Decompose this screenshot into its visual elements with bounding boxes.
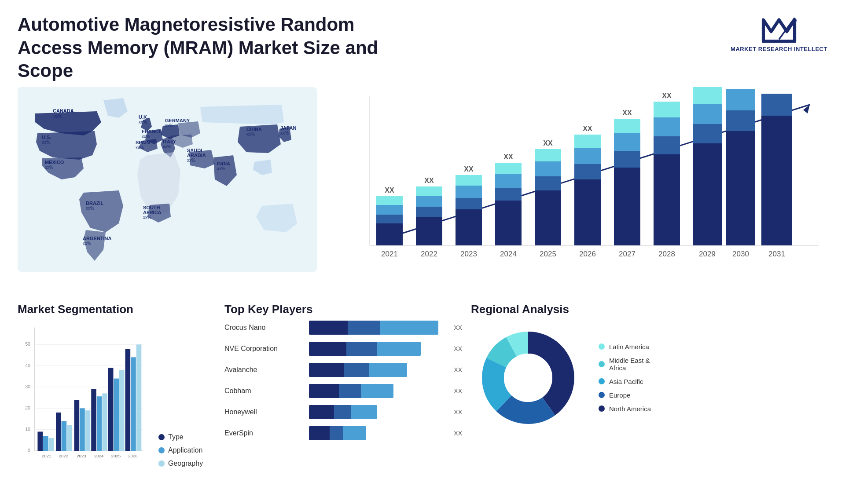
svg-rect-50 — [654, 154, 680, 245]
svg-rect-28 — [495, 174, 522, 188]
svg-rect-64 — [726, 89, 755, 110]
svg-text:XX: XX — [622, 109, 632, 117]
svg-text:2030: 2030 — [732, 250, 749, 258]
japan-value: xx% — [280, 131, 289, 135]
mexico-value: xx% — [45, 165, 53, 170]
uk-value: xx% — [139, 120, 147, 124]
svg-rect-104 — [125, 349, 131, 451]
player-name-nve: NVE Corporation — [224, 345, 304, 353]
china-value: xx% — [246, 132, 255, 137]
player-row-cobham: Cobham XX — [224, 384, 462, 398]
svg-rect-16 — [416, 196, 442, 207]
svg-rect-32 — [535, 190, 561, 245]
svg-rect-23 — [456, 175, 482, 186]
svg-text:XX: XX — [503, 153, 513, 161]
svg-rect-101 — [114, 378, 119, 450]
svg-text:2023: 2023 — [460, 250, 477, 258]
germany-value: xx% — [165, 123, 173, 128]
svg-rect-51 — [654, 136, 680, 154]
chart-section: XX 2021 XX 2022 XX 2023 — [326, 87, 827, 294]
legend-geography: Geography — [158, 460, 216, 467]
geography-label: Geography — [168, 460, 203, 467]
legend-latin: Latin America — [599, 343, 651, 351]
header: Automotive Magnetoresistive Random Acces… — [0, 0, 845, 87]
player-value-cobham: XX — [454, 384, 462, 398]
svg-rect-84 — [37, 431, 43, 451]
svg-rect-94 — [85, 410, 91, 451]
logo-text: MARKET RESEARCH INTELLECT — [731, 46, 827, 53]
svg-text:XX: XX — [464, 165, 474, 173]
svg-rect-53 — [654, 102, 680, 117]
type-label: Type — [168, 433, 184, 441]
player-name-avalanche: Avalanche — [224, 366, 304, 374]
svg-text:2023: 2023 — [77, 453, 86, 458]
brazil-label: BRAZIL — [86, 201, 104, 206]
europe-dot — [599, 392, 605, 398]
svg-rect-29 — [495, 163, 522, 174]
svg-rect-21 — [456, 198, 482, 209]
player-row-nve: NVE Corporation XX — [224, 342, 462, 356]
svg-rect-46 — [614, 133, 640, 151]
uk-label: U.K. — [139, 114, 148, 120]
svg-rect-47 — [614, 119, 640, 133]
italy-value: xx% — [163, 144, 171, 149]
northam-label: North America — [609, 405, 651, 413]
svg-rect-44 — [614, 168, 640, 245]
seg-chart-area: 0 10 20 30 40 50 2021 — [18, 321, 216, 481]
seg-legend: Type Application Geography — [158, 433, 216, 481]
svg-rect-67 — [761, 116, 792, 245]
italy-label: ITALY — [163, 139, 176, 144]
main-content: CANADA xx% U.S. xx% MEXICO xx% BRAZIL xx… — [0, 87, 845, 294]
players-section: Top Key Players Crocus Nano XX NVE Corpo… — [216, 303, 471, 504]
svg-rect-10 — [376, 205, 403, 215]
svg-rect-57 — [693, 124, 722, 143]
svg-rect-9 — [376, 215, 403, 223]
player-name-crocus: Crocus Nano — [224, 324, 304, 332]
us-label: U.S. — [42, 135, 51, 140]
svg-rect-35 — [535, 149, 561, 161]
svg-rect-106 — [136, 344, 142, 451]
svg-text:2025: 2025 — [540, 250, 556, 258]
legend-apac: Asia Pacific — [599, 378, 651, 385]
apac-dot — [599, 378, 605, 384]
svg-rect-96 — [91, 389, 96, 450]
type-dot — [158, 434, 165, 440]
svg-rect-102 — [119, 370, 125, 451]
svg-point-113 — [504, 354, 552, 402]
svg-text:30: 30 — [25, 383, 30, 389]
application-dot — [158, 447, 165, 453]
apac-label: Asia Pacific — [609, 378, 643, 385]
world-map-container: CANADA xx% U.S. xx% MEXICO xx% BRAZIL xx… — [18, 87, 317, 276]
svg-text:50: 50 — [25, 341, 30, 347]
svg-text:2026: 2026 — [128, 453, 137, 458]
svg-text:2021: 2021 — [381, 250, 398, 258]
svg-rect-63 — [726, 110, 755, 131]
player-row-crocus: Crocus Nano XX — [224, 321, 462, 335]
players-title: Top Key Players — [224, 303, 462, 316]
regional-section: Regional Analysis — [471, 303, 827, 504]
player-name-honeywell: Honeywell — [224, 408, 304, 416]
svg-rect-38 — [574, 179, 601, 245]
svg-text:2026: 2026 — [579, 250, 596, 258]
brazil-value: xx% — [86, 206, 94, 211]
player-row-avalanche: Avalanche XX — [224, 363, 462, 377]
geography-dot — [158, 460, 165, 467]
svg-rect-89 — [62, 421, 67, 451]
player-row-honeywell: Honeywell XX — [224, 405, 462, 419]
latin-dot — [599, 343, 605, 350]
svg-rect-90 — [67, 425, 72, 451]
donut-container — [471, 321, 585, 435]
svg-rect-52 — [654, 117, 680, 136]
svg-rect-97 — [97, 396, 102, 451]
player-value-crocus: XX — [454, 321, 462, 335]
legend-europe: Europe — [599, 391, 651, 399]
svg-rect-8 — [376, 223, 403, 245]
europe-label: Europe — [609, 391, 630, 399]
player-row-everspin: EverSpin XX — [224, 426, 462, 440]
northam-dot — [599, 405, 605, 412]
svg-text:2031: 2031 — [768, 250, 785, 258]
svg-text:XX: XX — [424, 177, 434, 184]
svg-rect-41 — [574, 135, 601, 148]
svg-rect-22 — [456, 186, 482, 198]
world-map-svg: CANADA xx% U.S. xx% MEXICO xx% BRAZIL xx… — [18, 87, 317, 272]
